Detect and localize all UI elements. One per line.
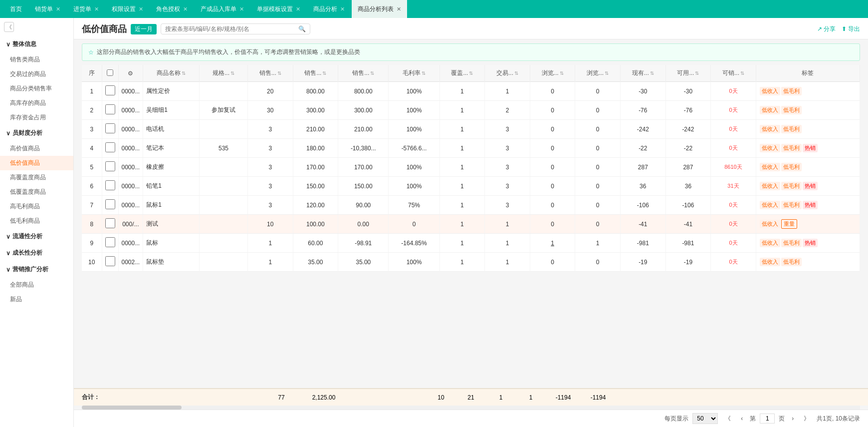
- sidebar-item-traded-products[interactable]: 交易过的商品: [0, 67, 73, 81]
- scrollbar-thumb[interactable]: [82, 406, 182, 410]
- nav-template[interactable]: 单据模板设置 ✕: [251, 0, 306, 18]
- nav-close-analysis-list[interactable]: ✕: [397, 6, 401, 12]
- col-trade[interactable]: 交易...⇅: [485, 65, 530, 82]
- nav-close-template[interactable]: ✕: [296, 6, 300, 12]
- col-gross-margin[interactable]: 毛利率⇅: [389, 65, 439, 82]
- sidebar-item-all-products[interactable]: 全部商品: [0, 278, 73, 292]
- cell-gross: 100%: [389, 253, 439, 272]
- cell-checkbox[interactable]: [102, 158, 118, 177]
- col-browse2[interactable]: 浏览...⇅: [575, 65, 621, 82]
- nav-close-role[interactable]: ✕: [183, 6, 188, 12]
- sidebar-item-low-margin[interactable]: 低毛利商品: [0, 214, 73, 228]
- nav-product-analysis[interactable]: 商品分析 ✕: [307, 0, 351, 18]
- sidebar-group-marketing[interactable]: ∨ 营销推广分析: [0, 261, 73, 278]
- nav-close-permissions[interactable]: ✕: [139, 6, 143, 12]
- next-page-btn[interactable]: ›: [789, 414, 797, 423]
- col-coverage[interactable]: 覆盖...⇅: [439, 65, 485, 82]
- col-settings[interactable]: ⚙: [118, 65, 143, 82]
- settings-icon[interactable]: ⚙: [128, 70, 133, 77]
- nav-home[interactable]: 首页: [4, 0, 28, 18]
- col-spec[interactable]: 规格...⇅: [200, 65, 248, 82]
- col-available[interactable]: 可用...⇅: [665, 65, 711, 82]
- share-icon: ↗: [817, 25, 822, 32]
- last-page-btn[interactable]: 》: [801, 414, 813, 424]
- cell-col3: 300.00: [338, 101, 389, 120]
- sidebar-item-new-products[interactable]: 新品: [0, 292, 73, 307]
- cell-checkbox[interactable]: [102, 234, 118, 253]
- sidebar-group-circulation[interactable]: ∨ 流通性分析: [0, 228, 73, 245]
- sidebar-collapse-btn[interactable]: 《: [4, 22, 14, 32]
- sidebar-item-high-stock[interactable]: 高库存的商品: [0, 96, 73, 110]
- cell-browse1[interactable]: 0: [530, 139, 575, 158]
- cell-browse1[interactable]: 0: [530, 82, 575, 101]
- cell-browse1[interactable]: 1: [530, 234, 575, 253]
- sidebar-item-low-value[interactable]: 低价值商品: [0, 156, 73, 170]
- sidebar-group-overall[interactable]: ∨ 整体信息: [0, 36, 73, 52]
- cell-day: 0天: [711, 139, 756, 158]
- nav-production[interactable]: 产成品入库单 ✕: [195, 0, 250, 18]
- cell-checkbox[interactable]: [102, 101, 118, 120]
- nav-purchase-order[interactable]: 进货单 ✕: [67, 0, 105, 18]
- search-icon[interactable]: 🔍: [298, 25, 306, 32]
- share-btn[interactable]: ↗ 分享: [817, 25, 836, 33]
- nav-permissions[interactable]: 权限设置 ✕: [106, 0, 149, 18]
- cell-browse1[interactable]: 0: [530, 196, 575, 215]
- nav-close-sales[interactable]: ✕: [56, 6, 60, 12]
- cell-checkbox[interactable]: [102, 139, 118, 158]
- sidebar-group-growth[interactable]: ∨ 成长性分析: [0, 245, 73, 261]
- cell-gross: 100%: [389, 177, 439, 196]
- nav-close-purchase[interactable]: ✕: [94, 6, 99, 12]
- nav-sales-order[interactable]: 销货单 ✕: [29, 0, 66, 18]
- cell-browse1[interactable]: 0: [530, 177, 575, 196]
- cell-checkbox[interactable]: [102, 215, 118, 234]
- col-current[interactable]: 现有...⇅: [621, 65, 666, 82]
- col-sales3[interactable]: 销售...⇅: [338, 65, 389, 82]
- cell-checkbox[interactable]: [102, 253, 118, 272]
- cell-browse2: 0: [575, 158, 621, 177]
- sidebar-item-high-margin[interactable]: 高毛利商品: [0, 199, 73, 214]
- col-checkbox[interactable]: [102, 65, 118, 82]
- first-page-btn[interactable]: 《: [722, 414, 734, 424]
- nav-close-production[interactable]: ✕: [239, 6, 244, 12]
- nav-role-auth[interactable]: 角色授权 ✕: [150, 0, 194, 18]
- cell-checkbox[interactable]: [102, 120, 118, 139]
- col-browse1[interactable]: 浏览...⇅: [530, 65, 575, 82]
- sidebar-item-category-sales-rate[interactable]: 商品分类销售率: [0, 81, 73, 96]
- export-btn[interactable]: ⬆ 导出: [842, 25, 860, 33]
- page-number-input[interactable]: [760, 414, 775, 424]
- prev-page-btn[interactable]: ‹: [738, 414, 746, 423]
- col-sales2[interactable]: 销售...⇅: [293, 65, 338, 82]
- col-product-name[interactable]: 商品名称⇅: [143, 65, 200, 82]
- select-all-checkbox[interactable]: [107, 69, 113, 76]
- cell-spec: [200, 234, 248, 253]
- cell-checkbox[interactable]: [102, 177, 118, 196]
- sidebar-item-high-coverage[interactable]: 高覆盖度商品: [0, 170, 73, 185]
- nav-close-analysis[interactable]: ✕: [340, 6, 345, 12]
- horizontal-scrollbar[interactable]: [82, 406, 860, 410]
- cell-browse1[interactable]: 0: [530, 120, 575, 139]
- col-sales1[interactable]: 销售...⇅: [247, 65, 293, 82]
- sidebar-item-sales-products[interactable]: 销售类商品: [0, 52, 73, 67]
- time-tag-btn[interactable]: 近一月: [131, 24, 157, 34]
- nav-product-analysis-list[interactable]: 商品分析列表 ✕: [352, 0, 407, 18]
- per-page-select[interactable]: 50 100 200: [692, 413, 718, 424]
- sidebar-item-high-value[interactable]: 高价值商品: [0, 141, 73, 156]
- cell-browse1[interactable]: 0: [530, 101, 575, 120]
- sidebar-group-financial[interactable]: ∨ 员财度分析: [0, 125, 73, 141]
- pagination: 每页显示 50 100 200 《 ‹ 第 页 › 》 共1页, 10条记录: [74, 410, 868, 427]
- tag-label: 低收入: [760, 201, 780, 209]
- cell-day: 0天: [711, 234, 756, 253]
- table-container[interactable]: 序 ⚙ 商品名称⇅ 规格...⇅ 销售...⇅ 销售...⇅ 销售...⇅ 毛利…: [82, 65, 860, 388]
- sidebar-item-inventory-capital[interactable]: 库存资金占用: [0, 110, 73, 125]
- cell-name: 鼠标垫: [143, 253, 200, 272]
- cell-browse1[interactable]: 0: [530, 215, 575, 234]
- cell-checkbox[interactable]: [102, 196, 118, 215]
- cell-browse1[interactable]: 0: [530, 158, 575, 177]
- cell-checkbox[interactable]: [102, 82, 118, 101]
- cell-browse1[interactable]: 0: [530, 253, 575, 272]
- search-input[interactable]: [165, 25, 296, 32]
- tag-label: 低收入: [760, 144, 780, 152]
- cell-available: 287: [665, 158, 711, 177]
- sidebar-item-low-coverage[interactable]: 低覆盖度商品: [0, 185, 73, 199]
- col-sellable[interactable]: 可销...⇅: [711, 65, 756, 82]
